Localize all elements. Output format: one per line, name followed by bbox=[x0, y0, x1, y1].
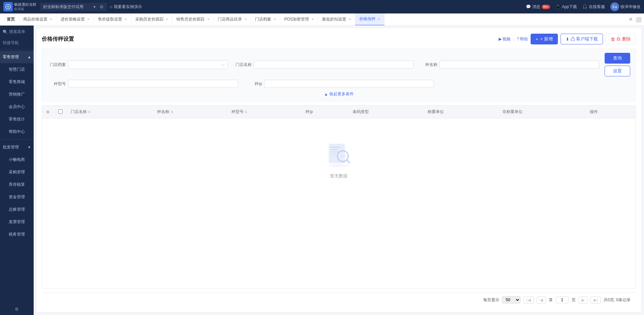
first-page-btn[interactable]: |◀ bbox=[523, 296, 534, 304]
settings-icon[interactable]: ⚙ bbox=[100, 4, 104, 9]
download-client-icon: ⬇ bbox=[566, 37, 569, 42]
close-window-btn[interactable]: ✕ bbox=[629, 16, 633, 23]
sidebar-item-retail-mall[interactable]: 零售商城 bbox=[0, 76, 34, 88]
sidebar-item-wholesale[interactable]: 批发管理 ▼ bbox=[0, 141, 34, 153]
scale-ip-input-wrap[interactable] bbox=[264, 80, 434, 88]
scale-name-input-wrap[interactable] bbox=[439, 61, 599, 69]
sidebar-item-marketing[interactable]: 营销推广 bbox=[0, 88, 34, 101]
sidebar-item-ledger[interactable]: 总账管理 bbox=[0, 203, 34, 216]
user-menu[interactable]: Ea 徐泽华修改 bbox=[610, 2, 641, 11]
more-options-icon[interactable]: ··· bbox=[221, 62, 225, 67]
message-btn[interactable]: 💬 消息 99+ bbox=[526, 4, 550, 10]
sidebar-item-finance[interactable]: 资金管理 bbox=[0, 191, 34, 203]
tab-store-archive-close[interactable]: × bbox=[274, 18, 276, 21]
online-service-btn[interactable]: 🎧 在线客服 bbox=[582, 4, 605, 10]
sidebar-item-inventory[interactable]: 库存核算 bbox=[0, 178, 34, 191]
sidebar-item-member[interactable]: 会员中心 bbox=[0, 101, 34, 113]
tab-purchase-history-close[interactable]: × bbox=[166, 18, 168, 21]
scale-name-input[interactable] bbox=[442, 62, 596, 67]
tab-goods-price-close[interactable]: × bbox=[50, 18, 52, 21]
logo-icon bbox=[3, 2, 13, 11]
table-gear-icon[interactable]: ⚙ bbox=[46, 110, 50, 114]
sidebar-item-ecommerce[interactable]: 小畅电商 bbox=[0, 153, 34, 166]
sidebar-item-smart-store-label: 智慧门店 bbox=[9, 67, 25, 72]
sidebar-item-help[interactable]: 帮助中心 bbox=[0, 126, 34, 138]
tab-pos-close[interactable]: × bbox=[312, 18, 314, 21]
tab-purchase-strategy[interactable]: 进价策略设置 × bbox=[57, 13, 94, 26]
sort-icon-3[interactable]: ⇅ bbox=[245, 110, 247, 114]
sidebar: 🔍 搜索菜单 快捷导航 零售管理 ▲ 智慧门店 零售商城 营销推广 会员中心 零… bbox=[0, 26, 34, 315]
tab-store-archive[interactable]: 门店档案 × bbox=[251, 13, 280, 26]
sidebar-quick-nav[interactable]: 快捷导航 bbox=[0, 38, 34, 48]
tab-sale-price[interactable]: 售价提取设置 × bbox=[94, 13, 131, 26]
scale-model-input[interactable] bbox=[71, 81, 235, 86]
arrow-up-icon: ▲ bbox=[28, 55, 31, 59]
logo-area: 畅捷通好业财 标准版 bbox=[3, 2, 37, 11]
sidebar-item-invoice[interactable]: 发票管理 bbox=[0, 216, 34, 228]
collapse-btn[interactable]: ▲ 收起更多条件 bbox=[47, 91, 630, 97]
th-scale-name-label: 秤名称 bbox=[157, 109, 169, 114]
tab-min-discount-close[interactable]: × bbox=[349, 18, 351, 21]
scale-ip-input[interactable] bbox=[267, 81, 431, 86]
store-name-input-wrap[interactable] bbox=[254, 61, 414, 69]
sort-icon[interactable]: ⇅ bbox=[88, 110, 91, 114]
tab-sales-history[interactable]: 销售历史价跟踪 × bbox=[172, 13, 214, 26]
tab-store-catalog-close[interactable]: × bbox=[245, 18, 247, 21]
download-button[interactable]: ⬇ 凸 客户端下载 bbox=[561, 34, 603, 44]
sidebar-item-smart-store[interactable]: 智慧门店 bbox=[0, 63, 34, 76]
th-scale-ip: 秤ip bbox=[301, 106, 349, 118]
page-header: 价格传秤设置 ▶ 视频 | ? 帮助 + + 新增 bbox=[42, 34, 636, 44]
delete-button[interactable]: 🗑 自 删除 bbox=[606, 34, 636, 44]
th-checkbox bbox=[54, 106, 67, 118]
store-name-input[interactable] bbox=[257, 62, 410, 67]
video-link[interactable]: ▶ 视频 bbox=[499, 36, 510, 42]
settings-filter-button[interactable]: 设置 bbox=[605, 66, 630, 76]
help-link[interactable]: ? 帮助 bbox=[517, 36, 528, 42]
sort-icon-2[interactable]: ⇅ bbox=[171, 110, 173, 114]
sidebar-search[interactable]: 🔍 搜索菜单 bbox=[0, 26, 34, 38]
plan-selector[interactable]: 好业财标准版交付试用 ▼ ⚙ bbox=[40, 3, 107, 11]
maximize-window-btn[interactable]: ⬜ bbox=[636, 17, 641, 22]
next-page-btn[interactable]: ▶ bbox=[578, 296, 588, 304]
demo-link[interactable]: ○ 我要看实例演示 bbox=[110, 4, 142, 10]
main-layout: 🔍 搜索菜单 快捷导航 零售管理 ▲ 智慧门店 零售商城 营销推广 会员中心 零… bbox=[0, 26, 644, 315]
scale-model-input-wrap[interactable] bbox=[68, 80, 238, 88]
tab-purchase-strategy-close[interactable]: × bbox=[87, 18, 90, 21]
delete-icon: 🗑 bbox=[611, 37, 615, 42]
store-archive-input-wrap[interactable]: ··· bbox=[68, 60, 228, 69]
search-button[interactable]: 查询 bbox=[605, 53, 630, 64]
tab-store-catalog[interactable]: 门店商品目录 × bbox=[214, 13, 251, 26]
filter-scale-model: 秤型号 bbox=[47, 80, 238, 88]
tab-min-discount[interactable]: 最低折扣设置 × bbox=[318, 13, 355, 26]
tab-purchase-strategy-label: 进价策略设置 bbox=[61, 16, 85, 22]
empty-text: 暂无数据 bbox=[330, 173, 348, 179]
store-archive-input[interactable] bbox=[71, 62, 219, 67]
sidebar-item-purchase[interactable]: 采购管理 bbox=[0, 166, 34, 178]
tab-sales-history-close[interactable]: × bbox=[207, 18, 209, 21]
header-left: 畅捷通好业财 标准版 好业财标准版交付试用 ▼ ⚙ ○ 我要看实例演示 bbox=[3, 2, 142, 11]
app-download-btn[interactable]: 📱 App下载 bbox=[556, 4, 577, 10]
tab-sale-price-close[interactable]: × bbox=[125, 18, 127, 21]
sidebar-item-retail[interactable]: 零售管理 ▲ bbox=[0, 51, 34, 63]
tab-price-scale-close[interactable]: × bbox=[378, 17, 380, 21]
tab-home[interactable]: 首页 bbox=[3, 13, 19, 26]
sidebar-item-tax[interactable]: 税务管理 bbox=[0, 228, 34, 241]
sidebar-item-retail-stats[interactable]: 零售统计 bbox=[0, 113, 34, 126]
avatar: Ea bbox=[610, 2, 619, 11]
th-non-weight-unit: 非称重单位 bbox=[498, 106, 586, 118]
chevron-down-icon: ▼ bbox=[93, 5, 96, 9]
add-button[interactable]: + + 新增 bbox=[531, 34, 558, 44]
prev-page-btn[interactable]: ◀ bbox=[537, 296, 546, 304]
page-input[interactable] bbox=[556, 296, 569, 303]
tab-pos[interactable]: POS加密管理 × bbox=[280, 13, 318, 26]
tab-price-scale[interactable]: 价格传秤 × bbox=[355, 13, 385, 26]
tab-purchase-history[interactable]: 采购历史价跟踪 × bbox=[131, 13, 173, 26]
tab-goods-price[interactable]: 商品价格设置 × bbox=[19, 13, 57, 26]
svg-line-9 bbox=[347, 160, 350, 163]
empty-illustration bbox=[322, 139, 356, 169]
last-page-btn[interactable]: ▶| bbox=[591, 296, 601, 304]
select-all-checkbox[interactable] bbox=[58, 109, 63, 114]
sidebar-gear-btn[interactable]: ⚙ bbox=[0, 303, 34, 315]
page-size-select[interactable]: 50 10 20 100 bbox=[502, 296, 521, 304]
filter-store-archive: 门店档案 ··· bbox=[47, 60, 228, 69]
